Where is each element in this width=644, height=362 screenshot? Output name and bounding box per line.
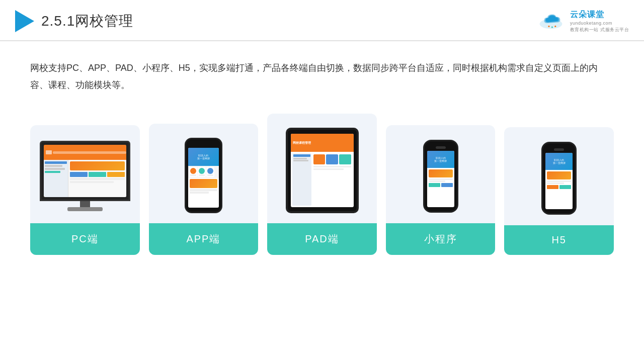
card-image-h5: 职涯人的第一堂网课 [504,127,614,225]
svg-point-3 [554,26,556,27]
header: 2.5.1网校管理 云朵课堂 yunduoketang.com 教育机构一站 式… [0,0,644,41]
main-content: 网校支持PC、APP、PAD、小程序、H5，实现多端打通，产品各终端自由切换，数… [0,41,644,270]
pc-monitor-icon [40,141,130,211]
header-left: 2.5.1网校管理 [15,10,133,32]
description-text: 网校支持PC、APP、PAD、小程序、H5，实现多端打通，产品各终端自由切换，数… [30,59,614,94]
card-h5: 职涯人的第一堂网课 H5 [504,127,614,255]
phone-app-icon: 职涯人的第一堂网课 [185,138,222,213]
card-pc: PC端 [30,125,140,255]
card-pad: 网校课程管理 [267,114,377,255]
card-image-pad: 网校课程管理 [267,114,377,223]
card-miniapp: 职涯人的第一堂网课 小程序 [386,125,496,255]
tablet-icon: 网校课程管理 [286,128,359,213]
svg-point-2 [551,26,553,28]
card-image-pc [30,125,140,223]
card-label-pad: PAD端 [267,223,377,255]
cloud-icon [536,11,566,31]
cards-row: PC端 职涯人的第一堂网课 [30,114,614,255]
card-label-app: APP端 [149,223,259,255]
svg-point-1 [548,26,549,27]
card-image-app: 职涯人的第一堂网课 [149,124,259,223]
logo-arrow-icon [15,10,34,32]
card-label-h5: H5 [504,225,614,255]
page-title: 2.5.1网校管理 [41,12,133,31]
brand-text: 云朵课堂 yunduoketang.com 教育机构一站 式服务云平台 [570,9,629,33]
card-label-pc: PC端 [30,223,140,255]
card-image-miniapp: 职涯人的第一堂网课 [386,125,496,223]
brand-logo: 云朵课堂 yunduoketang.com 教育机构一站 式服务云平台 [536,9,629,33]
card-label-miniapp: 小程序 [386,223,496,255]
h5-phone-icon: 职涯人的第一堂网课 [541,142,577,215]
card-app: 职涯人的第一堂网课 [149,124,259,255]
miniphone-icon: 职涯人的第一堂网课 [423,140,458,213]
